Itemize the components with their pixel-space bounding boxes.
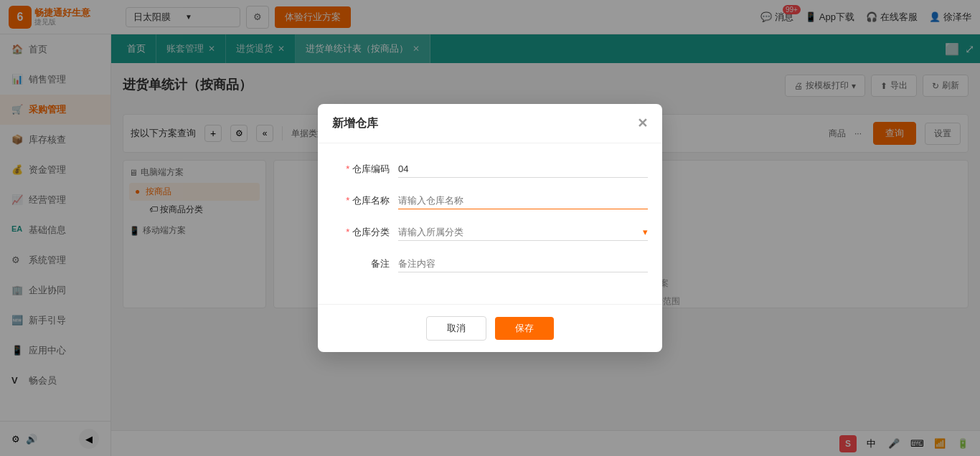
modal-body: 仓库编码 仓库名称 仓库分类 ▾ 备注 [318,143,662,304]
warehouse-category-select[interactable]: ▾ [398,224,648,241]
warehouse-category-label: 仓库分类 [332,226,390,239]
new-warehouse-modal: 新增仓库 ✕ 仓库编码 仓库名称 仓库分类 ▾ [318,104,662,352]
warehouse-name-input[interactable] [398,192,648,209]
modal-header: 新增仓库 ✕ [318,104,662,143]
warehouse-category-input[interactable] [398,227,643,237]
warehouse-remark-row: 备注 [332,255,648,272]
modal-title: 新增仓库 [332,116,378,131]
warehouse-code-row: 仓库编码 [332,161,648,178]
modal-footer: 取消 保存 [318,304,662,352]
warehouse-category-row: 仓库分类 ▾ [332,224,648,241]
warehouse-remark-input[interactable] [398,255,648,272]
cancel-button[interactable]: 取消 [426,316,486,341]
warehouse-name-row: 仓库名称 [332,192,648,209]
modal-overlay: 新增仓库 ✕ 仓库编码 仓库名称 仓库分类 ▾ [0,0,980,456]
warehouse-name-label: 仓库名称 [332,194,390,207]
warehouse-remark-label: 备注 [332,257,390,270]
modal-close-button[interactable]: ✕ [637,115,648,131]
category-dropdown-icon: ▾ [643,227,648,237]
warehouse-code-input[interactable] [398,161,648,178]
save-button[interactable]: 保存 [495,317,554,340]
warehouse-code-label: 仓库编码 [332,163,390,176]
